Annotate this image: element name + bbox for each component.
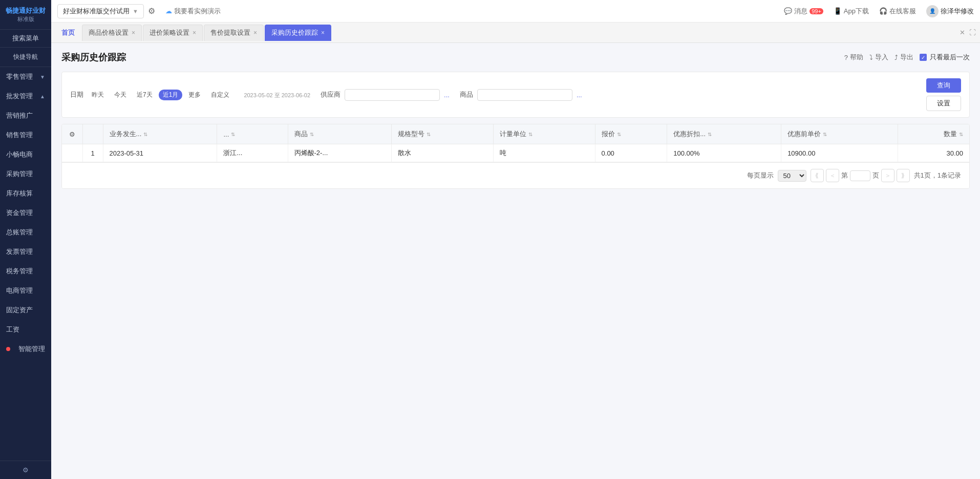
last-page-button[interactable]: ⟫: [897, 169, 910, 182]
date-btn-last7[interactable]: 近7天: [133, 90, 157, 100]
goods-input[interactable]: [477, 89, 572, 101]
filter-bar: 日期 昨天 今天 近7天 近1月 更多 自定义 2023-05-02 至 202…: [61, 72, 970, 118]
date-btn-custom[interactable]: 自定义: [207, 90, 233, 100]
col-original-price-header[interactable]: 优惠前单价 ⇅: [781, 124, 898, 144]
window-buttons: ✕ ⛶: [960, 29, 976, 36]
settings-icon[interactable]: ⚙: [148, 6, 155, 16]
date-btn-last1m[interactable]: 近1月: [159, 90, 183, 100]
date-btn-yesterday[interactable]: 昨天: [88, 90, 108, 100]
goods-more-btn[interactable]: ...: [577, 91, 582, 99]
user-menu[interactable]: 👤 徐泽华修改: [926, 5, 974, 17]
col-quantity-label: 数量: [944, 129, 957, 139]
sidebar-item-tax[interactable]: 税务管理: [0, 262, 51, 281]
sidebar-item-inventory[interactable]: 库存核算: [0, 184, 51, 203]
import-button[interactable]: ⤵ 导入: [869, 53, 888, 62]
help-button[interactable]: ? 帮助: [844, 53, 863, 62]
per-page-select[interactable]: 50 10 20 100: [778, 170, 806, 182]
settings-button[interactable]: 设置: [926, 96, 961, 111]
page-header-actions: ? 帮助 ⤵ 导入 ⤴ 导出 ✓ 只看最后一次: [844, 53, 970, 62]
sidebar-item-ecommerce-small[interactable]: 小畅电商: [0, 145, 51, 164]
tab-price[interactable]: 商品价格设置 ×: [82, 25, 142, 41]
online-service-button[interactable]: 🎧 在线客服: [879, 7, 916, 16]
page-header: 采购历史价跟踪 ? 帮助 ⤵ 导入 ⤴ 导出 ✓ 只看最后一次: [61, 51, 970, 63]
col-discount-header[interactable]: 优惠折扣... ⇅: [667, 124, 781, 144]
maximize-window-icon[interactable]: ⛶: [969, 29, 976, 36]
date-btn-more[interactable]: 更多: [184, 90, 205, 100]
supplier-more-btn[interactable]: ...: [444, 91, 450, 99]
close-window-icon[interactable]: ✕: [960, 29, 965, 36]
close-icon[interactable]: ×: [321, 29, 325, 36]
sidebar-item-marketing[interactable]: 营销推广: [0, 106, 51, 125]
sidebar-quick-nav[interactable]: 快捷导航: [0, 48, 51, 67]
sidebar-item-label: 库存核算: [6, 189, 33, 198]
sidebar-item-ecommerce[interactable]: 电商管理: [0, 281, 51, 300]
data-table-container: ⚙ 业务发生... ⇅ ... ⇅: [61, 124, 970, 189]
col-3-header[interactable]: ... ⇅: [217, 124, 288, 144]
col-price-header[interactable]: 报价 ⇅: [595, 124, 667, 144]
col-quantity-header[interactable]: 数量 ⇅: [898, 124, 969, 144]
total-info: 共1页，1条记录: [914, 171, 961, 180]
sidebar-item-label: 税务管理: [6, 267, 33, 276]
goods-label: 商品: [460, 90, 473, 99]
sidebar-item-label: 小畅电商: [6, 150, 33, 159]
tab-purchase-strategy[interactable]: 进价策略设置 ×: [143, 25, 203, 41]
supplier-input[interactable]: [345, 89, 440, 101]
first-page-button[interactable]: ⟪: [811, 169, 824, 182]
sidebar-item-payroll[interactable]: 工资: [0, 320, 51, 339]
date-btn-today[interactable]: 今天: [110, 90, 131, 100]
avatar: 👤: [926, 5, 939, 17]
date-filter-label: 日期: [70, 90, 83, 99]
page-input[interactable]: 1: [850, 170, 870, 181]
sort-icon: ⇅: [708, 132, 712, 137]
col-date-header[interactable]: 业务发生... ⇅: [103, 124, 217, 144]
next-page-button[interactable]: ＞: [881, 169, 894, 182]
col-price-label: 报价: [602, 129, 615, 139]
close-icon[interactable]: ×: [253, 29, 257, 36]
col-spec-header[interactable]: 规格型号 ⇅: [392, 124, 494, 144]
prev-page-button[interactable]: ＜: [826, 169, 839, 182]
chevron-down-icon: ▼: [133, 8, 138, 14]
col-discount-label: 优惠折扣...: [673, 129, 706, 139]
tab-home[interactable]: 首页: [55, 25, 81, 41]
sidebar-item-ledger[interactable]: 总账管理: [0, 223, 51, 242]
sidebar-item-label: 批发管理: [6, 92, 33, 101]
query-button[interactable]: 查询: [926, 78, 961, 93]
sidebar-item-smart[interactable]: 智能管理: [0, 339, 51, 359]
sidebar-search-menu[interactable]: 搜索菜单: [0, 30, 51, 48]
sidebar-item-purchase[interactable]: 采购管理: [0, 164, 51, 184]
supplier-filter-group: 供应商 ...: [321, 89, 450, 101]
close-icon[interactable]: ×: [193, 29, 196, 36]
sort-icon: ⇅: [143, 132, 147, 137]
main-area: 好业财标准版交付试用 ▼ ⚙ ☁ 我要看实例演示 💬 消息 99+ 📱 App下…: [51, 0, 980, 479]
product-selector[interactable]: 好业财标准版交付试用 ▼: [57, 4, 144, 18]
col-unit-header[interactable]: 计量单位 ⇅: [493, 124, 595, 144]
supplier-label: 供应商: [321, 90, 340, 99]
export-icon: ⤴: [894, 54, 898, 61]
app-download-button[interactable]: 📱 App下载: [834, 7, 869, 16]
per-page-label: 每页显示: [747, 171, 774, 180]
sidebar-settings-button[interactable]: ⚙: [0, 461, 51, 479]
tab-history-price[interactable]: 采购历史价跟踪 ×: [265, 25, 331, 41]
col-goods-label: 商品: [294, 129, 308, 139]
sidebar-item-retail[interactable]: 零售管理 ▼: [0, 67, 51, 86]
sort-icon: ⇅: [823, 132, 827, 137]
close-icon[interactable]: ×: [132, 29, 135, 36]
sidebar-item-sales[interactable]: 销售管理: [0, 125, 51, 145]
cell-col3: 浙江...: [217, 144, 288, 162]
col-settings-header[interactable]: ⚙: [62, 124, 82, 144]
sidebar-item-label: 销售管理: [6, 130, 33, 140]
sidebar-item-invoice[interactable]: 发票管理: [0, 242, 51, 262]
col-unit-label: 计量单位: [500, 129, 526, 139]
sidebar-item-label: 资金管理: [6, 208, 33, 217]
export-button[interactable]: ⤴ 导出: [894, 53, 913, 62]
table-row: 1 2023-05-31 浙江... 丙烯酸-2-... 散水 吨 0.00 1…: [62, 144, 969, 162]
only-last-checkbox[interactable]: ✓: [920, 54, 927, 61]
sidebar-item-label: 零售管理: [6, 72, 33, 81]
messages-button[interactable]: 💬 消息 99+: [784, 7, 823, 16]
sidebar-item-assets[interactable]: 固定资产: [0, 300, 51, 320]
sidebar-item-finance[interactable]: 资金管理: [0, 203, 51, 223]
col-goods-header[interactable]: 商品 ⇅: [288, 124, 392, 144]
sidebar-item-wholesale[interactable]: 批发管理 ▲: [0, 86, 51, 106]
tab-sale-price[interactable]: 售价提取设置 ×: [204, 25, 264, 41]
demo-button[interactable]: ☁ 我要看实例演示: [165, 7, 221, 16]
